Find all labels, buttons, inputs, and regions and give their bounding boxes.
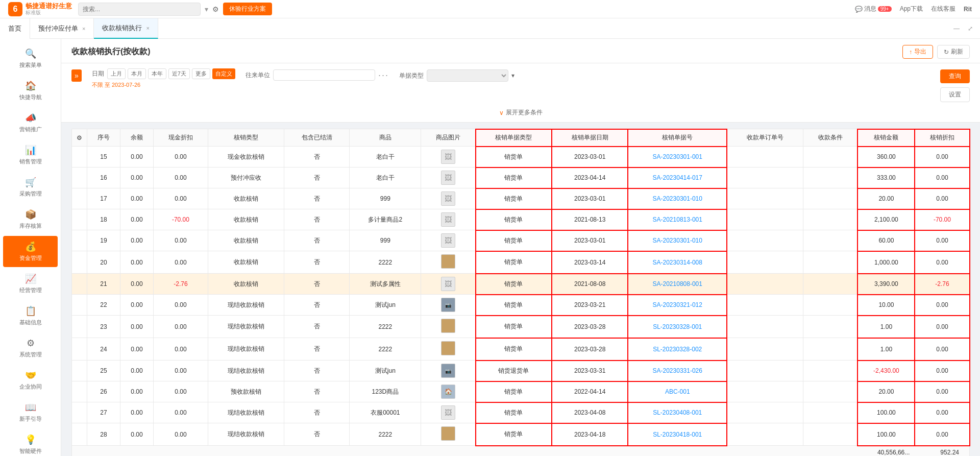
doc-no-link[interactable]: SA-20230331-026 bbox=[653, 367, 702, 374]
message-area[interactable]: 💬 消息 99+ bbox=[855, 5, 892, 13]
date-btn-custom[interactable]: 自定义 bbox=[212, 68, 235, 79]
cell-include-settled: 否 bbox=[284, 402, 350, 423]
date-btn-last-month[interactable]: 上月 bbox=[107, 68, 126, 79]
cell-cancel-doc-date: 2023-03-21 bbox=[552, 295, 628, 316]
cell-settings bbox=[72, 209, 87, 230]
app-logo: 6 畅捷通谱好生意 标准版 bbox=[8, 2, 72, 16]
sidebar-item-inventory[interactable]: 📦 库存核算 bbox=[3, 204, 58, 235]
col-header-receipt-terms: 收款条件 bbox=[803, 129, 857, 147]
sidebar-item-hardware[interactable]: 💡 智能硬件 bbox=[3, 429, 58, 456]
column-settings-icon[interactable]: ⚙ bbox=[77, 134, 82, 141]
user-name[interactable]: Rit bbox=[964, 6, 972, 13]
window-minimize-icon[interactable]: — bbox=[950, 24, 963, 33]
filter-settings-button[interactable]: 设置 bbox=[940, 87, 970, 102]
tab-prepay-close-icon[interactable]: × bbox=[82, 26, 85, 32]
doc-no-link[interactable]: SL-20230408-001 bbox=[653, 409, 702, 416]
col-header-settings[interactable]: ⚙ bbox=[72, 129, 87, 147]
online-service-link[interactable]: 在线客服 bbox=[931, 5, 955, 13]
cell-cancel-discount: -2.76 bbox=[915, 274, 969, 295]
cell-settings bbox=[72, 316, 87, 338]
tab-prepay[interactable]: 预付冲应付单 × bbox=[30, 18, 94, 39]
sidebar-item-purchase[interactable]: 🛒 采购管理 bbox=[3, 172, 58, 203]
cell-cancel-doc-date: 2023-03-28 bbox=[552, 316, 628, 338]
cell-cancel-type: 现结收款核销 bbox=[208, 295, 284, 316]
sidebar-item-finance[interactable]: 💰 资金管理 bbox=[3, 236, 58, 267]
sidebar-item-marketing[interactable]: 📣 营销推广 bbox=[3, 107, 58, 138]
cell-cash-discount: 0.00 bbox=[153, 167, 208, 188]
doc-no-link[interactable]: SA-20230314-008 bbox=[653, 259, 702, 266]
partner-input[interactable] bbox=[273, 69, 375, 81]
cell-product: 999 bbox=[350, 188, 421, 209]
doc-no-link[interactable]: SA-20230301-010 bbox=[653, 237, 702, 244]
col-header-receipt-order-no: 收款单订单号 bbox=[727, 129, 803, 147]
tab-receipt-cancel-close-icon[interactable]: × bbox=[146, 25, 149, 31]
export-button[interactable]: ↑ 导出 bbox=[902, 45, 933, 59]
sidebar-item-shortcut[interactable]: 🏠 快捷导航 bbox=[3, 75, 58, 106]
doc-no-link[interactable]: SA-20230301-010 bbox=[653, 195, 702, 202]
cell-product: 2222 bbox=[350, 316, 421, 338]
doc-type-select[interactable] bbox=[427, 69, 508, 82]
cell-cancel-type: 预付冲应收 bbox=[208, 167, 284, 188]
filter-bar: » 日期 上月 本月 本年 近7天 更多 自定义 bbox=[61, 63, 980, 123]
app-download-link[interactable]: App下载 bbox=[900, 5, 923, 13]
cell-cancel-doc-no: SL-20230328-002 bbox=[628, 338, 727, 361]
cell-receipt-terms bbox=[803, 402, 857, 423]
cell-receipt-terms bbox=[803, 274, 857, 295]
sidebar-item-operations[interactable]: 📈 经营管理 bbox=[3, 268, 58, 299]
cell-product: 2222 bbox=[350, 251, 421, 274]
doc-no-link[interactable]: ABC-001 bbox=[665, 388, 690, 395]
sidebar-item-search[interactable]: 🔍 搜索菜单 bbox=[3, 43, 58, 74]
settings-icon[interactable]: ⚙ bbox=[212, 5, 219, 13]
doc-no-link[interactable]: SA-20230321-012 bbox=[653, 301, 702, 308]
col-header-product: 商品 bbox=[350, 129, 421, 147]
doc-no-link[interactable]: SL-20230328-001 bbox=[653, 323, 702, 330]
query-button[interactable]: 查询 bbox=[940, 69, 970, 83]
query-actions: 查询 设置 bbox=[940, 69, 970, 102]
col-header-cancel-type: 核销类型 bbox=[208, 129, 284, 147]
sidebar-item-enterprise[interactable]: 🤝 企业协同 bbox=[3, 365, 58, 396]
cell-seq: 22 bbox=[87, 295, 120, 316]
filter-collapse-btn[interactable]: » bbox=[71, 69, 82, 82]
search-input[interactable] bbox=[78, 3, 201, 16]
table-row: 27 0.00 0.00 现结收款核销 否 衣服00001 🖼 销货单 2023… bbox=[72, 402, 970, 423]
sidebar-item-system[interactable]: ⚙ 系统管理 bbox=[3, 332, 58, 364]
cell-cancel-doc-no: SL-20230408-001 bbox=[628, 402, 727, 423]
date-btn-this-month[interactable]: 本月 bbox=[128, 68, 146, 79]
cell-product-img: 🏠 bbox=[421, 381, 476, 402]
cell-receipt-terms bbox=[803, 338, 857, 361]
doc-no-link[interactable]: SA-20230301-001 bbox=[653, 153, 702, 160]
doc-no-link[interactable]: SA-20210813-001 bbox=[653, 216, 702, 223]
sidebar-item-basic-info[interactable]: 📋 基础信息 bbox=[3, 300, 58, 331]
refresh-button[interactable]: ↻ 刷新 bbox=[937, 45, 970, 59]
cell-include-settled: 否 bbox=[284, 230, 350, 251]
finance-icon: 💰 bbox=[25, 241, 36, 252]
date-btn-more[interactable]: 更多 bbox=[192, 68, 210, 79]
cell-cancel-doc-no: SA-20230331-026 bbox=[628, 361, 727, 381]
tab-home[interactable]: 首页 bbox=[0, 18, 30, 39]
cell-balance: 0.00 bbox=[120, 381, 153, 402]
tab-prepay-label: 预付冲应付单 bbox=[38, 24, 78, 33]
industry-solution-button[interactable]: 休验行业方案 bbox=[223, 3, 272, 15]
dropdown-arrow-icon[interactable]: ▾ bbox=[205, 5, 208, 13]
date-btn-this-year[interactable]: 本年 bbox=[148, 68, 166, 79]
top-bar-center: ▾ ⚙ 休验行业方案 bbox=[78, 3, 849, 16]
search-menu-icon: 🔍 bbox=[25, 48, 36, 59]
doc-no-link[interactable]: SA-20210808-001 bbox=[653, 280, 702, 287]
table-row: 16 0.00 0.00 预付冲应收 否 老白干 🖼 销货单 2023-04-1… bbox=[72, 167, 970, 188]
cell-cancel-doc-date: 2023-04-08 bbox=[552, 402, 628, 423]
cell-include-settled: 否 bbox=[284, 295, 350, 316]
sidebar-item-sales[interactable]: 📊 销售管理 bbox=[3, 139, 58, 171]
sidebar-item-guide[interactable]: 📖 新手引导 bbox=[3, 397, 58, 428]
window-maximize-icon[interactable]: ⤢ bbox=[965, 24, 976, 33]
sidebar: 🔍 搜索菜单 🏠 快捷导航 📣 营销推广 📊 销售管理 🛒 采购管理 📦 库存核… bbox=[0, 39, 61, 456]
doc-no-link[interactable]: SL-20230418-001 bbox=[653, 431, 702, 438]
tab-receipt-cancel[interactable]: 收款核销执行 × bbox=[94, 18, 158, 39]
expand-more-btn[interactable]: ∨ 展开更多条件 bbox=[499, 108, 543, 117]
doc-no-link[interactable]: SA-20230414-017 bbox=[653, 174, 702, 181]
date-btn-7days[interactable]: 近7天 bbox=[168, 68, 190, 79]
doc-no-link[interactable]: SL-20230328-002 bbox=[653, 346, 702, 353]
cell-balance: 0.00 bbox=[120, 230, 153, 251]
cell-product-img: 📷 bbox=[421, 295, 476, 316]
cell-product: 测试多属性 bbox=[350, 274, 421, 295]
footer-cancel-amount-label: 40,556,66... bbox=[877, 449, 910, 456]
